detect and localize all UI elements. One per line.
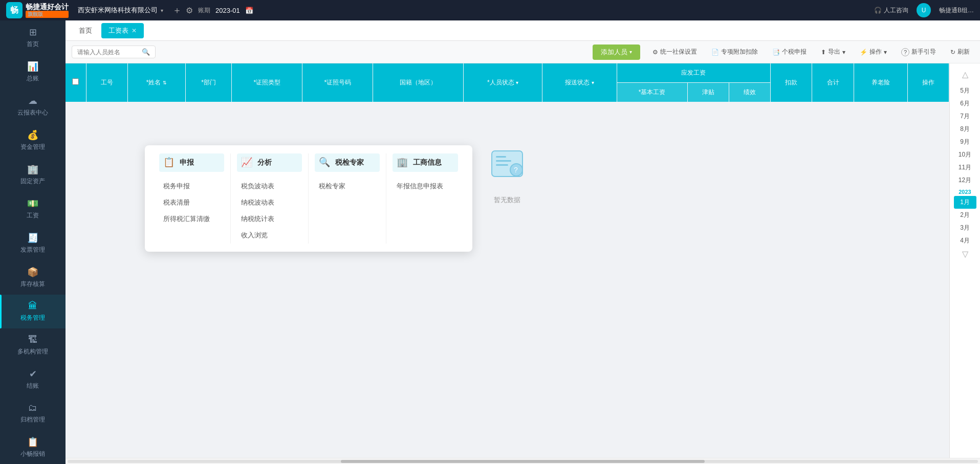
logo-area: 畅 畅捷通好会计 旗舰版 — [6, 2, 69, 18]
settings-icon[interactable]: ⚙ — [186, 6, 193, 15]
table-wrapper[interactable]: 工号 *姓名 ⇅ *部门 *证照类型 — [66, 63, 949, 458]
svg-rect-3 — [496, 164, 508, 166]
sidebar-item-salary[interactable]: 💵 工资 — [0, 192, 66, 226]
sidebar-item-home[interactable]: ⊞ 首页 — [0, 20, 66, 55]
export-icon: ⬆ — [821, 49, 826, 56]
tab-home[interactable]: 首页 — [72, 23, 99, 38]
sidebar-item-multi[interactable]: 🏗 多机构管理 — [0, 328, 66, 362]
avatar: U — [917, 3, 931, 17]
add-btn-label: 添加人员 — [601, 48, 627, 57]
annual-report-item[interactable]: 年报信息申报表 — [393, 178, 458, 194]
company-selector[interactable]: 西安虾米网络科技有限公司 ▾ — [74, 4, 167, 17]
logo-text: 畅捷通好会计 旗舰版 — [26, 3, 69, 18]
tab-salary-label: 工资表 — [108, 26, 128, 35]
declare-section-title: 📋 申报 — [159, 153, 224, 172]
sidebar-item-capital[interactable]: 💰 资金管理 — [0, 123, 66, 158]
sidebar-item-assets[interactable]: 🏢 固定资产 — [0, 158, 66, 192]
scroll-track — [68, 460, 978, 463]
export-action[interactable]: ⬆ 导出 ▾ — [817, 46, 850, 58]
top-right-area: 🎧 人工咨询 U 畅捷通B组… — [874, 3, 974, 17]
sort-icon: ⇅ — [163, 80, 167, 85]
month-8[interactable]: 8月 — [954, 123, 976, 136]
sidebar-item-settle[interactable]: ✔ 结账 — [0, 362, 66, 396]
tax-icon: 📑 — [772, 49, 780, 56]
month-3[interactable]: 3月 — [954, 222, 976, 234]
user-name[interactable]: 畅捷通B组… — [939, 6, 974, 15]
new-guide-action[interactable]: ? 新手引导 — [897, 46, 940, 58]
filter-icon[interactable]: ▾ — [592, 80, 594, 85]
month-6[interactable]: 6月 — [954, 97, 976, 110]
active-indicator — [0, 295, 2, 328]
operate-icon: ⚡ — [860, 49, 867, 56]
tab-salary-table[interactable]: 工资表 ✕ — [101, 23, 144, 38]
search-wrap[interactable]: 🔍 — [72, 46, 156, 58]
tax-burden-item[interactable]: 税负波动表 — [237, 178, 302, 194]
th-performance: 绩效 — [729, 83, 770, 102]
search-input[interactable] — [77, 49, 139, 56]
select-all-checkbox[interactable] — [72, 78, 79, 85]
income-browse-item[interactable]: 收入浏览 — [237, 227, 302, 244]
month-5[interactable]: 5月 — [954, 84, 976, 97]
tax-check-item[interactable]: 税检专家 — [315, 178, 380, 194]
special-deduction-action[interactable]: 📄 专项附加扣除 — [707, 46, 762, 58]
sidebar-item-archive[interactable]: 🗂 归档管理 — [0, 396, 66, 430]
dropdown-section-analysis: 📈 分析 税负波动表 纳税波动表 纳税统计表 收入浏览 — [231, 153, 309, 244]
sidebar-item-invoice[interactable]: 🧾 发票管理 — [0, 226, 66, 260]
sidebar-item-tax[interactable]: 🏛 税务管理 — [0, 295, 66, 328]
tax-payment-item[interactable]: 纳税波动表 — [237, 194, 302, 211]
home-icon: ⊞ — [29, 27, 37, 38]
social-insurance-action[interactable]: ⚙ 统一社保设置 — [648, 46, 701, 58]
assets-icon: 🏢 — [27, 164, 38, 175]
tax-stats-item[interactable]: 纳税统计表 — [237, 211, 302, 227]
income-tax-calc-item[interactable]: 所得税汇算清缴 — [159, 211, 224, 227]
bottom-scrollbar[interactable] — [66, 458, 980, 464]
month-1-active[interactable]: 1月 — [954, 196, 976, 209]
sidebar-item-report[interactable]: 📋 小畅报销 — [0, 430, 66, 464]
expert-icon: 🔍 — [319, 157, 331, 169]
operate-label: 操作 — [869, 48, 882, 56]
filter-icon[interactable]: ▾ — [516, 80, 518, 85]
th-cert-no: *证照号码 — [302, 63, 373, 102]
month-7[interactable]: 7月 — [954, 110, 976, 123]
add-person-button[interactable]: 添加人员 ▾ — [593, 45, 640, 60]
sidebar: ⊞ 首页 📊 总账 ☁ 云报表中心 💰 资金管理 🏢 固定资产 💵 工资 🧾 发… — [0, 20, 66, 464]
th-pension: 养老险 — [854, 63, 907, 102]
empty-text: 暂无数据 — [494, 195, 520, 205]
month-9[interactable]: 9月 — [954, 136, 976, 148]
ledger-icon: 📊 — [27, 61, 38, 72]
month-12[interactable]: 12月 — [954, 174, 976, 187]
month-4[interactable]: 4月 — [954, 234, 976, 247]
th-name: *姓名 ⇅ — [127, 63, 185, 102]
scroll-up-icon[interactable]: △ — [962, 70, 968, 79]
close-icon[interactable]: ✕ — [132, 27, 137, 34]
refresh-action[interactable]: ↻ 刷新 — [946, 46, 974, 58]
top-actions: ＋ ⚙ — [172, 4, 193, 16]
toolbar: 🔍 添加人员 ▾ ⚙ 统一社保设置 📄 专项附加扣除 📑 个税申报 — [66, 41, 980, 63]
tax-table-clear-item[interactable]: 税表清册 — [159, 194, 224, 211]
month-10[interactable]: 10月 — [954, 148, 976, 161]
month-11[interactable]: 11月 — [954, 161, 976, 174]
support-button[interactable]: 🎧 人工咨询 — [874, 6, 908, 15]
analysis-section-title: 📈 分析 — [237, 153, 302, 172]
th-checkbox[interactable] — [66, 63, 86, 102]
sidebar-item-cloud[interactable]: ☁ 云报表中心 — [0, 89, 66, 123]
tax-declare-item[interactable]: 税务申报 — [159, 178, 224, 194]
svg-rect-2 — [496, 160, 511, 162]
th-cert-type: *证照类型 — [232, 63, 302, 102]
month-2[interactable]: 2月 — [954, 209, 976, 222]
add-icon[interactable]: ＋ — [172, 4, 182, 16]
sidebar-item-ledger[interactable]: 📊 总账 — [0, 55, 66, 89]
calendar-icon[interactable]: 📅 — [245, 7, 253, 14]
sidebar-item-inventory[interactable]: 📦 库存核算 — [0, 260, 66, 295]
social-insurance-label: 统一社保设置 — [660, 48, 697, 56]
tab-bar: 首页 工资表 ✕ — [66, 20, 980, 41]
app-subtitle: 旗舰版 — [26, 11, 69, 18]
headset-icon: 🎧 — [874, 7, 882, 14]
operate-action[interactable]: ⚡ 操作 ▾ — [856, 46, 891, 58]
th-report-status: 报送状态 ▾ — [542, 63, 617, 102]
refresh-icon: ↻ — [950, 49, 955, 56]
tax-report-action[interactable]: 📑 个税申报 — [768, 46, 811, 58]
dropdown-section-declare: 📋 申报 税务申报 税表清册 所得税汇算清缴 — [153, 153, 231, 244]
salary-icon: 💵 — [27, 198, 38, 209]
scroll-down-icon[interactable]: ▽ — [962, 249, 968, 259]
